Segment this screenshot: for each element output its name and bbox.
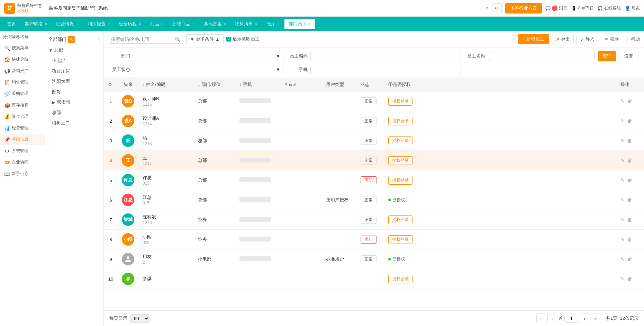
tab-close-warehouse[interactable]: ×	[278, 22, 280, 26]
filter-dept-select[interactable]: ▼	[133, 52, 283, 61]
dept-item-double[interactable]: ▶ 双虚想	[45, 97, 103, 107]
auth-button[interactable]: 授权登录	[388, 235, 412, 244]
auth-button[interactable]: 授权登录	[388, 156, 412, 165]
tab-process[interactable]: 经营历程 ×	[115, 19, 145, 29]
add-employee-button[interactable]: + 新增员工	[518, 34, 549, 44]
delete-icon[interactable]: 🗑	[627, 158, 632, 163]
tab-close-add-goods[interactable]: ×	[192, 22, 194, 26]
dept-item-plant[interactable]: 植树王二	[45, 118, 103, 128]
next-page-button[interactable]: ›	[580, 314, 589, 323]
edit-icon[interactable]: ✎	[620, 118, 625, 124]
tab-close-process[interactable]: ×	[139, 22, 141, 26]
online-service-button[interactable]: 🎧 在线客服	[598, 5, 621, 11]
delete-icon[interactable]: 🗑	[627, 256, 632, 262]
filter-code-input[interactable]	[310, 52, 461, 61]
tab-close-goods[interactable]: ×	[161, 22, 163, 26]
edit-icon[interactable]: ✎	[620, 98, 625, 104]
show-resigned-toggle[interactable]: ✓ 显示离职员工	[226, 36, 260, 42]
auth-button[interactable]: 授权登录	[388, 136, 412, 145]
sidebar-item-basic[interactable]: 📌 基础信息	[0, 134, 45, 145]
prev-page-button[interactable]: ‹	[547, 314, 557, 323]
tab-customer[interactable]: 客户联络 ×	[21, 19, 51, 29]
edit-icon[interactable]: ✎	[620, 217, 625, 222]
tab-department[interactable]: 部门员工 ×	[284, 19, 315, 29]
help-button[interactable]: ｜ 帮助	[625, 36, 640, 42]
sidebar-item-guide[interactable]: 📖 新手引导	[0, 168, 45, 179]
sys-title-dropdown[interactable]: ▼	[485, 6, 489, 10]
delete-icon[interactable]: 🗑	[627, 138, 632, 143]
sidebar-item-sales[interactable]: 📋 销售管理	[0, 77, 45, 88]
gear-button[interactable]: ⚙	[492, 3, 502, 13]
tab-barcode[interactable]: 条码方案 ×	[200, 19, 230, 29]
edit-icon[interactable]: ✎	[620, 158, 625, 163]
dept-collapse-button[interactable]: 《	[96, 37, 100, 43]
user-button[interactable]: 👤 用友	[625, 5, 640, 11]
edit-icon[interactable]: ✎	[620, 276, 625, 282]
dept-item-project[interactable]: 项目库房	[45, 66, 103, 76]
trial-button[interactable]: 体验行业方案	[505, 3, 542, 14]
sidebar-item-finance[interactable]: 💰 资金管理	[0, 111, 45, 122]
edit-icon[interactable]: ✎	[620, 256, 625, 262]
dept-edit-button[interactable]: ✎	[68, 36, 75, 43]
delete-icon[interactable]: 🗑	[627, 276, 632, 282]
dept-item-delivery[interactable]: 配货	[45, 87, 103, 97]
dept-item-root[interactable]: ▼ 总部	[45, 45, 103, 55]
dept-item-hq[interactable]: 总部	[45, 107, 103, 118]
tab-add-goods[interactable]: 新增商品 ×	[168, 19, 199, 29]
auth-button[interactable]: 授权登录	[388, 275, 412, 283]
delete-icon[interactable]: 🗑	[627, 177, 632, 183]
sidebar-item-operation[interactable]: 📊 经营管理	[0, 122, 45, 134]
filter-status-select[interactable]: ▼	[133, 65, 283, 74]
view-button[interactable]: 👁 视录	[604, 36, 619, 42]
tab-close-department[interactable]: ×	[309, 22, 311, 26]
col-phone[interactable]: ↕ 手机	[235, 78, 280, 91]
last-page-button[interactable]: »	[591, 314, 600, 323]
delete-icon[interactable]: 🗑	[627, 197, 632, 203]
edit-icon[interactable]: ✎	[620, 237, 625, 242]
auth-button[interactable]: 授权登录	[388, 117, 412, 125]
edit-icon[interactable]: ✎	[620, 177, 625, 183]
export-button[interactable]: ↗ 导出	[552, 34, 574, 44]
tab-profit[interactable]: 利润报告 ×	[83, 19, 114, 29]
search-icon[interactable]: 🔍	[175, 37, 180, 42]
filter-reset-button[interactable]: 设置	[619, 51, 638, 61]
tab-close-customer[interactable]: ×	[45, 22, 47, 26]
filter-name-input[interactable]	[488, 52, 595, 61]
import-button[interactable]: ↙ 导入	[577, 34, 598, 44]
auth-button[interactable]: 授权登录	[388, 97, 412, 106]
sidebar-item-inventory[interactable]: 📦 库存核算	[0, 99, 45, 111]
delete-icon[interactable]: 🗑	[627, 237, 632, 242]
tab-goods[interactable]: 商品 ×	[146, 19, 167, 29]
filter-search-button[interactable]: 查询	[598, 51, 616, 61]
search-input[interactable]	[111, 37, 173, 42]
auth-button[interactable]: 授权登录	[388, 176, 412, 185]
tab-home[interactable]: 首页	[3, 19, 20, 29]
edit-icon[interactable]: ✎	[620, 197, 625, 203]
tab-close-profit[interactable]: ×	[108, 22, 110, 26]
delete-icon[interactable]: 🗑	[627, 98, 632, 104]
page-number-input[interactable]	[564, 315, 578, 323]
show-resigned-checkbox[interactable]: ✓	[226, 37, 231, 42]
delete-icon[interactable]: 🗑	[627, 118, 632, 124]
sidebar-item-purchase[interactable]: 🛒 采购管理	[0, 88, 45, 99]
more-filter-button[interactable]: ▼ 更多条件 ▲	[186, 34, 224, 44]
sidebar-item-nav[interactable]: 🏠 快捷导航	[0, 54, 45, 65]
app-download-button[interactable]: 📱 App下载	[571, 5, 593, 11]
dept-item-shenyang[interactable]: 沈阳大库	[45, 76, 103, 87]
sidebar-item-marketing[interactable]: 📢 营销推广	[0, 65, 45, 77]
sidebar-item-system[interactable]: ⚙ 系统管理	[0, 145, 45, 157]
tab-close-operation[interactable]: ×	[76, 22, 78, 26]
first-page-button[interactable]: «	[536, 314, 546, 323]
edit-icon[interactable]: ✎	[620, 138, 625, 143]
tab-operation[interactable]: 经营情况 ×	[52, 19, 82, 29]
delete-icon[interactable]: 🗑	[627, 217, 632, 222]
col-name[interactable]: ↕ 姓名/编码	[138, 78, 194, 91]
col-settings[interactable]: ⚙	[104, 78, 118, 91]
col-dept[interactable]: ↕ 部门/职位	[194, 78, 235, 91]
filter-phone-input[interactable]	[310, 65, 461, 74]
sidebar-item-collab[interactable]: 🤝 企业协同	[0, 157, 45, 168]
sidebar-item-search[interactable]: 🔍 搜索菜单	[0, 42, 45, 54]
tab-close-bom[interactable]: ×	[255, 22, 257, 26]
tab-bom[interactable]: 物料清单 ×	[231, 19, 261, 29]
dept-item-small-elec[interactable]: 小电部	[45, 55, 103, 66]
